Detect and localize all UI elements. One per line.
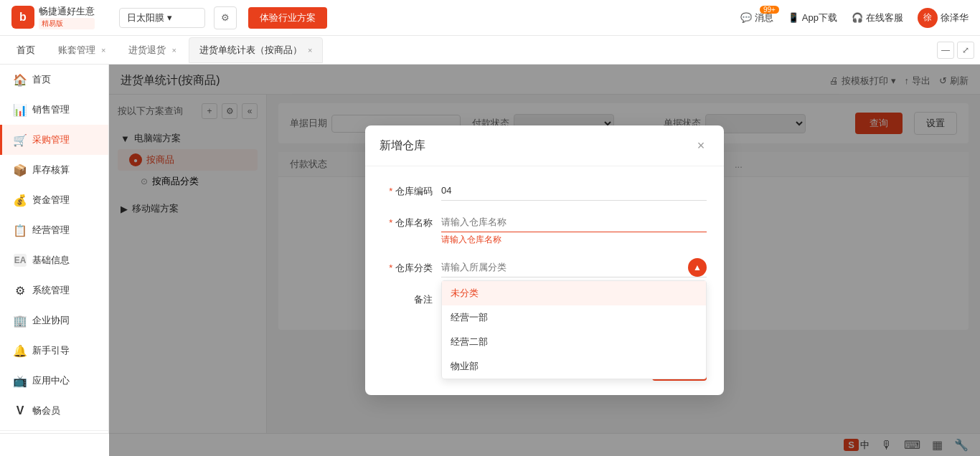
name-control: 请输入仓库名称 (441, 212, 707, 246)
category-dropdown-arrow[interactable]: ▲ (688, 258, 707, 277)
sidebar-purchase-label: 采购管理 (32, 133, 70, 146)
category-control: ▲ 未分类 经营一部 经营二部 物业部 (441, 257, 707, 277)
logo-icon: b (11, 6, 34, 29)
basic-icon: EA (14, 254, 27, 267)
sidebar-item-home[interactable]: 🏠 首页 (0, 65, 108, 95)
category-dropdown-list: 未分类 经营一部 经营二部 物业部 (441, 280, 707, 379)
system-icon: ⚙ (14, 284, 27, 297)
sidebar-item-finance[interactable]: 💰 资金管理 (0, 185, 108, 215)
app-download-label: App下载 (802, 11, 837, 24)
app-download-button[interactable]: 📱 App下载 (788, 11, 837, 24)
store-name: 日太阳膜 (127, 11, 164, 24)
sidebar-business-label: 经营管理 (32, 224, 70, 237)
sidebar-guide-label: 新手引导 (32, 344, 70, 357)
content-area: 进货单统计(按商品) 🖨 按模板打印 ▾ ↑ 导出 ↺ 刷新 (109, 65, 980, 456)
sidebar-member-label: 畅会员 (32, 404, 60, 417)
trial-button[interactable]: 体验行业方案 (248, 7, 327, 29)
enterprise-icon: 🏢 (14, 314, 27, 327)
modal-overlay: 新增仓库 × 仓库编码 仓库名称 (109, 65, 980, 456)
sidebar-sales-label: 销售管理 (32, 103, 70, 116)
purchase-return-tab-close[interactable]: × (171, 46, 176, 54)
sidebar: 🏠 首页 📊 销售管理 🛒 采购管理 📦 库存核算 💰 资金管理 📋 经营管理 … (0, 65, 109, 456)
category-field-row: 仓库分类 ▲ 未分类 经营一部 经营二部 物业部 (382, 257, 707, 277)
user-name: 徐泽华 (941, 11, 969, 24)
remark-label: 备注 (382, 289, 433, 306)
inventory-icon: 📦 (14, 163, 27, 176)
logo-area: b 畅捷通好生意 精易版 (11, 6, 119, 29)
purchase-return-tab-label: 进货退货 (128, 44, 166, 57)
modal-close-button[interactable]: × (692, 137, 710, 154)
store-selector-arrow: ▾ (167, 12, 172, 23)
top-navigation: b 畅捷通好生意 精易版 日太阳膜 ▾ ⚙ 体验行业方案 💬 消息 99+ 📱 … (0, 0, 980, 36)
purchase-stats-tab-label: 进货单统计表（按商品） (199, 44, 302, 57)
tab-purchase-stats[interactable]: 进货单统计表（按商品） × (189, 37, 323, 63)
sidebar-basic-label: 基础信息 (32, 254, 70, 267)
dropdown-option-dept1[interactable]: 经营一部 (442, 305, 706, 330)
purchase-stats-tab-close[interactable]: × (308, 46, 312, 54)
sidebar-home-label: 首页 (32, 73, 51, 86)
message-icon: 💬 (740, 12, 752, 23)
sidebar-item-inventory[interactable]: 📦 库存核算 (0, 155, 108, 185)
logo-title: 畅捷通好生意 (39, 6, 95, 18)
tab-accounts[interactable]: 账套管理 × (47, 37, 116, 63)
top-right-area: 💬 消息 99+ 📱 App下载 🎧 在线客服 徐 徐泽华 (740, 8, 969, 28)
settings-icon[interactable]: ⚙ (214, 6, 237, 29)
messages-button[interactable]: 💬 消息 99+ (740, 11, 773, 24)
dropdown-option-property[interactable]: 物业部 (442, 354, 706, 379)
code-field-row: 仓库编码 (382, 181, 707, 201)
add-warehouse-modal: 新增仓库 × 仓库编码 仓库名称 (365, 125, 724, 395)
dropdown-option-dept2[interactable]: 经营二部 (442, 330, 706, 354)
sidebar-finance-label: 资金管理 (32, 194, 70, 206)
store-selector[interactable]: 日太阳膜 ▾ (119, 8, 205, 28)
business-icon: 📋 (14, 224, 27, 237)
code-input[interactable] (441, 181, 707, 201)
sidebar-item-sales[interactable]: 📊 销售管理 (0, 95, 108, 125)
sidebar-item-system[interactable]: ⚙ 系统管理 (0, 275, 108, 305)
main-layout: 🏠 首页 📊 销售管理 🛒 采购管理 📦 库存核算 💰 资金管理 📋 经营管理 … (0, 65, 980, 456)
sidebar-item-basic[interactable]: EA 基础信息 (0, 245, 108, 275)
headset-icon: 🎧 (852, 12, 863, 23)
name-label: 仓库名称 (382, 212, 433, 229)
tab-purchase-return[interactable]: 进货退货 × (118, 37, 187, 63)
home-icon: 🏠 (14, 73, 27, 86)
logo-text-area: 畅捷通好生意 精易版 (39, 6, 95, 29)
code-label: 仓库编码 (382, 181, 433, 198)
name-field-row: 仓库名称 请输入仓库名称 (382, 212, 707, 246)
sidebar-item-business[interactable]: 📋 经营管理 (0, 215, 108, 245)
app-icon: 📱 (788, 12, 799, 23)
modal-body: 仓库编码 仓库名称 请输入仓库名称 (365, 166, 724, 348)
member-icon: V (14, 404, 27, 417)
sidebar-item-purchase[interactable]: 🛒 采购管理 (0, 125, 108, 155)
online-service-label: 在线客服 (866, 11, 903, 24)
tab-home[interactable]: 首页 (6, 37, 46, 63)
sidebar-enterprise-label: 企业协同 (32, 314, 70, 327)
sidebar-item-app-center[interactable]: 📺 应用中心 (0, 366, 108, 396)
top-actions: ⚙ 体验行业方案 (214, 6, 327, 29)
sidebar-inventory-label: 库存核算 (32, 163, 70, 176)
tab-bar: 首页 账套管理 × 进货退货 × 进货单统计表（按商品） × — ⤢ (0, 36, 980, 65)
dropdown-option-uncategorized[interactable]: 未分类 (442, 281, 706, 305)
sidebar-item-guide[interactable]: 🔔 新手引导 (0, 336, 108, 366)
purchase-icon: 🛒 (14, 133, 27, 146)
modal-header: 新增仓库 × (365, 125, 724, 166)
sidebar-item-member[interactable]: V 畅会员 (0, 396, 108, 426)
message-badge: 99+ (760, 6, 779, 14)
tab-minimize[interactable]: — (937, 42, 954, 59)
logo-badge: 精易版 (39, 18, 95, 29)
modal-title: 新增仓库 (380, 138, 425, 153)
name-error-message: 请输入仓库名称 (441, 234, 707, 246)
app-center-icon: 📺 (14, 374, 27, 387)
tab-controls: — ⤢ (937, 42, 980, 59)
accounts-tab-label: 账套管理 (58, 44, 95, 57)
finance-icon: 💰 (14, 194, 27, 206)
sidebar-system-label: 系统管理 (32, 284, 70, 297)
sales-icon: 📊 (14, 103, 27, 116)
sidebar-item-enterprise[interactable]: 🏢 企业协同 (0, 305, 108, 336)
online-service-button[interactable]: 🎧 在线客服 (852, 11, 903, 24)
category-input[interactable] (441, 257, 707, 277)
name-input[interactable] (441, 212, 707, 232)
accounts-tab-close[interactable]: × (101, 46, 105, 54)
tab-expand[interactable]: ⤢ (957, 42, 974, 59)
user-profile-button[interactable]: 徐 徐泽华 (918, 8, 969, 28)
sidebar-app-center-label: 应用中心 (32, 374, 70, 387)
